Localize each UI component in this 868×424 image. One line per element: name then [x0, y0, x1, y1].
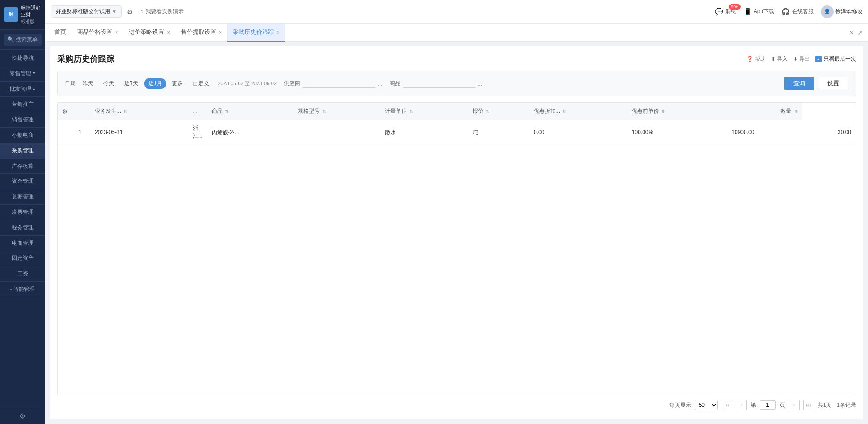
topbar-settings-button[interactable]: ⚙	[125, 6, 135, 17]
sidebar-item-inventory[interactable]: 库存核算	[0, 159, 45, 174]
export-icon: ⬇	[793, 56, 798, 62]
col-discount-sort[interactable]: ⇅	[562, 109, 566, 114]
page-header-actions: ❓ 帮助 ⬆ 导入 ⬇ 导出 ✓ 只看最后一次	[746, 55, 856, 63]
col-unit-sort[interactable]: ⇅	[410, 109, 413, 114]
sidebar-settings-icon[interactable]: ⚙	[20, 412, 26, 420]
first-page-button[interactable]: ⏮	[722, 400, 732, 410]
last-page-button[interactable]: ⏭	[803, 400, 814, 410]
col-seq	[74, 103, 90, 120]
sidebar-item-payroll[interactable]: 工资	[0, 266, 45, 282]
demo-button[interactable]: ○ 我要看实例演示	[140, 8, 184, 15]
row-unit-cell: 散水	[380, 120, 468, 145]
sidebar-item-quick-nav[interactable]: 快捷导航	[0, 50, 45, 66]
page-total: 共1页，1条记录	[818, 401, 856, 409]
col-spec-sort[interactable]: ⇅	[322, 109, 326, 114]
sidebar-item-ecommerce[interactable]: 电商管理	[0, 236, 45, 251]
col-pre-discount-price-label: 优惠前单价	[632, 108, 659, 114]
only-latest-checkbox[interactable]: ✓ 只看最后一次	[815, 55, 856, 63]
goods-ellipsis-button[interactable]: ...	[478, 80, 483, 87]
sidebar-item-purchase[interactable]: 采购管理	[0, 143, 45, 159]
col-biz-date-sort[interactable]: ⇅	[123, 109, 127, 114]
date-btn-yesterday[interactable]: 昨天	[78, 78, 98, 89]
app-download-label: App下载	[754, 8, 774, 15]
tab-price[interactable]: 商品价格设置 ×	[72, 24, 123, 42]
col-pre-discount-price-sort[interactable]: ⇅	[661, 109, 665, 114]
table-gear-icon[interactable]: ⚙	[62, 108, 68, 115]
tab-strategy-close[interactable]: ×	[167, 29, 170, 35]
window-close-button[interactable]: ×	[850, 29, 853, 36]
col-spec: 规格型号 ⇅	[293, 103, 380, 120]
tab-history-price-label: 采购历史价跟踪	[233, 28, 274, 36]
sidebar-item-assets[interactable]: 固定资产	[0, 251, 45, 266]
sidebar-item-ecommerce-small[interactable]: 小畅电商	[0, 128, 45, 143]
search-menu-button[interactable]: 🔍 搜索菜单	[4, 34, 42, 46]
sidebar-search-area: 🔍 搜索菜单	[0, 30, 45, 50]
help-button[interactable]: ❓ 帮助	[746, 55, 766, 63]
next-page-button[interactable]: ›	[789, 400, 800, 410]
message-button[interactable]: 💬 消息 99+	[715, 8, 736, 16]
tab-home[interactable]: 首页	[49, 24, 72, 42]
filter-settings-button[interactable]: 设置	[818, 77, 848, 90]
sidebar-item-invoice[interactable]: 发票管理	[0, 205, 45, 220]
date-options: 昨天 今天 近7天 近1月 更多 自定义	[78, 78, 213, 89]
page-number-input[interactable]	[760, 400, 776, 410]
col-quote-sort[interactable]: ⇅	[486, 109, 489, 114]
date-btn-1month[interactable]: 近1月	[144, 78, 166, 89]
col-goods-sort[interactable]: ⇅	[225, 109, 229, 114]
tab-price-close[interactable]: ×	[115, 29, 118, 35]
sidebar-item-tax[interactable]: 税务管理	[0, 220, 45, 236]
export-button[interactable]: ⬇ 导出	[793, 55, 810, 63]
online-service-button[interactable]: 🎧 在线客服	[781, 8, 814, 16]
version-selector[interactable]: 好业财标准版交付试用 ▼	[51, 5, 122, 18]
col-goods: 商品 ⇅	[207, 103, 294, 120]
supplier-input[interactable]	[303, 79, 375, 88]
col-biz-date-label: 业务发生...	[95, 108, 121, 114]
import-button[interactable]: ⬆ 导入	[771, 55, 788, 63]
date-btn-today[interactable]: 今天	[99, 78, 118, 89]
tab-history-price[interactable]: 采购历史价跟踪 ×	[227, 24, 285, 42]
goods-input-wrap: ...	[403, 79, 483, 88]
tab-history-price-close[interactable]: ×	[277, 29, 279, 35]
goods-filter-label: 商品	[390, 80, 400, 87]
version-selector-label: 好业财标准版交付试用	[56, 8, 110, 15]
topbar: 好业财标准版交付试用 ▼ ⚙ ○ 我要看实例演示 💬 消息 99+ 📱 App下…	[45, 0, 868, 24]
tabs-window-controls: × ⤢	[850, 29, 864, 36]
date-filter-group: 日期 昨天 今天 近7天 近1月 更多 自定义 2023-05-02 至 202…	[65, 78, 277, 89]
tab-strategy-label: 进价策略设置	[129, 28, 164, 36]
tab-sale-price[interactable]: 售价提取设置 ×	[176, 24, 227, 42]
col-unit: 计量单位 ⇅	[380, 103, 468, 120]
tab-strategy[interactable]: 进价策略设置 ×	[123, 24, 175, 42]
sidebar-item-smart-label: 智能管理	[13, 285, 35, 293]
user-profile-button[interactable]: 👤 徐泽华修改	[821, 5, 863, 18]
date-btn-more[interactable]: 更多	[168, 78, 187, 89]
search-menu-label: 搜索菜单	[16, 36, 38, 43]
export-label: 导出	[799, 55, 810, 63]
per-page-select[interactable]: 50 100 200	[695, 400, 718, 410]
sidebar-item-general-ledger[interactable]: 总账管理	[0, 189, 45, 205]
sidebar-item-finance[interactable]: 资金管理	[0, 174, 45, 189]
window-expand-button[interactable]: ⤢	[857, 29, 863, 36]
query-button[interactable]: 查询	[784, 77, 814, 90]
app-download-button[interactable]: 📱 App下载	[743, 8, 774, 16]
sidebar-item-smart[interactable]: ● 智能管理	[0, 282, 45, 297]
col-extra-label[interactable]: ...	[193, 108, 197, 115]
sidebar-item-assets-label: 固定资产	[12, 255, 34, 261]
date-btn-custom[interactable]: 自定义	[189, 78, 213, 89]
supplier-ellipsis-button[interactable]: ...	[377, 80, 382, 87]
sidebar-item-wholesale[interactable]: 批发管理 ▲	[0, 82, 45, 97]
page-title: 采购历史价跟踪	[57, 53, 114, 64]
sidebar-item-sales[interactable]: 销售管理	[0, 112, 45, 128]
tab-sale-price-close[interactable]: ×	[219, 29, 222, 35]
col-qty-sort[interactable]: ⇅	[794, 109, 798, 114]
col-qty: 数量 ⇅	[727, 103, 802, 120]
main-area: 好业财标准版交付试用 ▼ ⚙ ○ 我要看实例演示 💬 消息 99+ 📱 App下…	[45, 0, 868, 424]
sidebar-item-marketing[interactable]: 营销推广	[0, 97, 45, 112]
date-btn-7days[interactable]: 近7天	[120, 78, 142, 89]
prev-page-button[interactable]: ‹	[736, 400, 747, 410]
sidebar-item-retail[interactable]: 零售管理 ▼	[0, 66, 45, 82]
row-supplier-cell: 浙江...	[188, 120, 207, 145]
goods-input[interactable]	[403, 79, 476, 88]
row-gear-cell	[58, 120, 74, 145]
tab-sale-price-label: 售价提取设置	[181, 28, 216, 36]
import-label: 导入	[777, 55, 788, 63]
